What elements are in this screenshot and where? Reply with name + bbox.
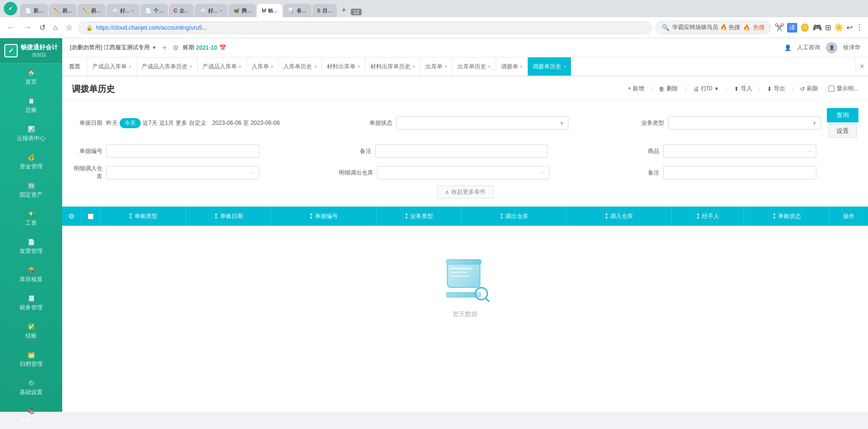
close-icon[interactable]: ×: [239, 64, 242, 69]
goods-input[interactable]: ···: [663, 144, 816, 158]
sidebar-item-ledger[interactable]: 📋 总账: [0, 92, 62, 120]
nav-tab-transfer[interactable]: 调拨单 ×: [496, 57, 528, 76]
from-warehouse-input[interactable]: ···: [106, 166, 259, 179]
date-btn-more[interactable]: 更多: [176, 119, 187, 127]
menu-icon[interactable]: ⋮: [856, 23, 863, 32]
forward-btn[interactable]: →: [21, 21, 33, 34]
doc-no-input[interactable]: [106, 144, 259, 158]
print-btn[interactable]: 🖨 打印 ▼: [689, 82, 724, 95]
nav-tab-home[interactable]: 首页: [62, 57, 88, 76]
new-tab-btn[interactable]: +: [338, 4, 350, 16]
grid-icon[interactable]: ⊞: [825, 23, 831, 32]
back-btn[interactable]: ←: [5, 21, 17, 34]
tab-close-7[interactable]: ×: [220, 8, 223, 13]
date-btn-yesterday[interactable]: 昨天: [106, 119, 118, 127]
tab-2[interactable]: ✏️易...: [49, 4, 77, 17]
nav-tab-stock-in[interactable]: 入库单 ×: [247, 57, 279, 76]
username[interactable]: 徐泽华: [843, 44, 860, 52]
tab-1[interactable]: 📄新...: [20, 4, 48, 17]
th-out-warehouse[interactable]: ▲▼ 调出仓库: [462, 207, 567, 226]
tab-close-4[interactable]: ×: [132, 8, 134, 13]
date-btn-custom[interactable]: 自定义: [189, 119, 206, 127]
sidebar-item-assets[interactable]: 🏢 固定资产: [0, 176, 62, 205]
sidebar-item-reports[interactable]: 📊 云报表中心: [0, 120, 62, 148]
close-icon[interactable]: ×: [445, 64, 447, 69]
date-btn-7days[interactable]: 近7天: [143, 119, 157, 127]
tab-10[interactable]: 📊各...: [283, 4, 311, 17]
tab-3[interactable]: ✏️易...: [78, 4, 105, 17]
scissors-icon[interactable]: ✂️: [775, 23, 784, 32]
th-in-warehouse[interactable]: ▲▼ 调入仓库: [567, 207, 671, 226]
business-type-select[interactable]: ▼: [668, 116, 821, 130]
period-selector[interactable]: 账期 2021-10 📅: [183, 44, 226, 52]
undo-icon[interactable]: ↩: [846, 23, 853, 32]
show-toggle-checkbox[interactable]: [828, 86, 835, 92]
close-icon[interactable]: ×: [189, 64, 192, 69]
remark-input[interactable]: [375, 144, 547, 158]
sidebar-item-guide[interactable]: 📚 新手引导: [0, 402, 62, 429]
tab-8[interactable]: 🦋腾...: [228, 4, 256, 17]
close-all-tabs-btn[interactable]: ×: [856, 57, 868, 76]
address-bar[interactable]: 🔒 https://cloud.chanjet.com/accounting/u…: [78, 22, 652, 34]
close-icon[interactable]: ×: [412, 64, 415, 69]
coin-icon[interactable]: 🪙: [800, 23, 810, 32]
import-btn[interactable]: ⬆ 导入: [729, 82, 757, 95]
tab-5[interactable]: 📄个...: [140, 4, 168, 17]
nav-tab-material-out-history[interactable]: 材料出库单历史 ×: [366, 57, 421, 76]
extra-remark-input[interactable]: [663, 166, 816, 179]
close-icon[interactable]: ×: [129, 64, 132, 69]
tab-11[interactable]: S目...: [312, 4, 337, 17]
sidebar-item-home[interactable]: 🏠 首页: [0, 64, 62, 92]
gear-icon[interactable]: ⚙: [173, 44, 179, 52]
nav-tab-products-in-history[interactable]: 产成品入库单历史 ×: [137, 57, 198, 76]
show-toggle[interactable]: 显示明...: [828, 85, 858, 93]
date-btn-today[interactable]: 今天: [120, 118, 141, 128]
nav-tab-out[interactable]: 出库单 ×: [421, 57, 453, 76]
company-selector[interactable]: (勿删勿禁用) 江西服宝测试专用 ▼: [70, 44, 156, 52]
th-gear[interactable]: ⚙: [62, 207, 81, 226]
sidebar-item-settings[interactable]: ⚙️ 基础设置: [0, 374, 62, 402]
th-doc-no[interactable]: ▲▼ 单据编号: [271, 207, 376, 226]
browser-search[interactable]: 🔍 学霸应聘场驱鸟员 🔥 热搜 🔥 热搜: [656, 21, 771, 34]
th-doc-type[interactable]: ▲▼ 单账类型: [100, 207, 186, 226]
nav-tab-products-in[interactable]: 产成品入库单 ×: [88, 57, 137, 76]
th-business-type[interactable]: ▲▼ 业务类型: [377, 207, 462, 226]
bookmark-btn[interactable]: ☆: [64, 21, 74, 34]
sun-icon[interactable]: ☀️: [834, 23, 844, 32]
select-all-checkbox[interactable]: [88, 213, 94, 220]
close-icon[interactable]: ×: [357, 64, 360, 69]
th-handler[interactable]: ▲▼ 经手人: [672, 207, 745, 226]
status-select[interactable]: ▼: [396, 116, 568, 130]
translate-icon[interactable]: 译: [787, 23, 797, 33]
close-icon-active[interactable]: ×: [563, 64, 566, 69]
tab-9[interactable]: M畅...: [257, 4, 282, 17]
service-label[interactable]: 人工咨询: [797, 44, 820, 52]
th-doc-date[interactable]: ▲▼ 单账日期: [186, 207, 272, 226]
game-icon[interactable]: 🎮: [812, 23, 822, 32]
tab-6[interactable]: C企...: [169, 4, 194, 17]
new-btn[interactable]: + 新增: [623, 82, 649, 95]
sidebar-item-funds[interactable]: 💰 资金管理: [0, 148, 62, 176]
close-icon[interactable]: ×: [271, 64, 274, 69]
close-icon[interactable]: ×: [314, 64, 317, 69]
add-company-btn[interactable]: +: [160, 44, 168, 52]
nav-tab-out-history[interactable]: 出库单历史 ×: [453, 57, 496, 76]
to-warehouse-input[interactable]: ···: [377, 166, 549, 179]
sidebar-item-inventory[interactable]: 📦 库存核算: [0, 261, 62, 289]
close-icon[interactable]: ×: [488, 64, 491, 69]
th-doc-status[interactable]: ▲▼ 单账状态: [744, 207, 830, 226]
sidebar-item-tax[interactable]: 🧾 税务管理: [0, 289, 62, 318]
nav-tab-transfer-history[interactable]: 调拨单历史 ×: [528, 57, 571, 76]
date-btn-1month[interactable]: 近1月: [159, 119, 174, 127]
settings-filter-btn[interactable]: 设置: [828, 124, 857, 138]
nav-tab-material-out[interactable]: 材料出库单 ×: [322, 57, 366, 76]
refresh-btn[interactable]: ↺ 刷新: [795, 82, 823, 95]
close-icon[interactable]: ×: [520, 64, 523, 69]
tab-4[interactable]: ☁️好...×: [107, 4, 139, 17]
home-btn[interactable]: ⌂: [51, 22, 60, 34]
nav-tab-stock-in-history[interactable]: 入库单历史 ×: [278, 57, 322, 76]
collapse-btn[interactable]: ∧ 收起更多条件: [437, 186, 494, 198]
delete-btn[interactable]: 🗑 删除: [654, 82, 683, 95]
export-btn[interactable]: ⬇ 导出: [762, 82, 790, 95]
reload-btn[interactable]: ↺: [37, 21, 47, 34]
